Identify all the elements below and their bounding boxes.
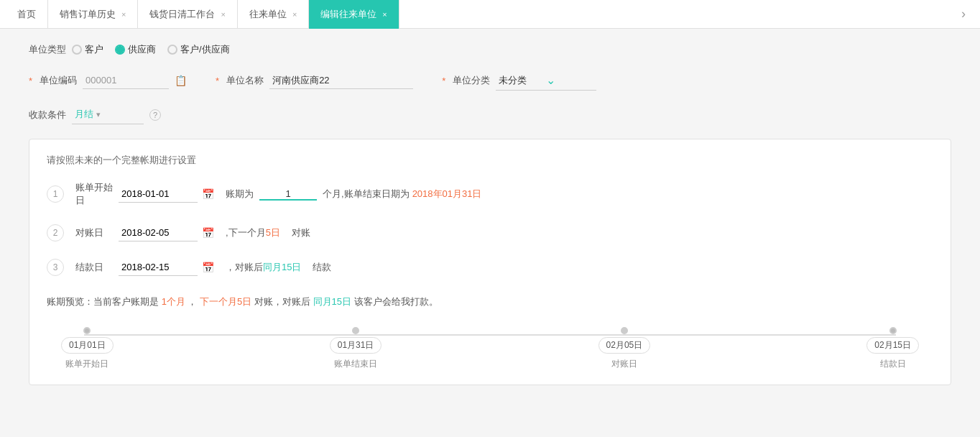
radio-circle-customer (72, 45, 82, 55)
main-content: 单位类型 客户 供应商 客户/供应商 * 单位编码 (0, 29, 980, 437)
timeline-point-3: 02月05日 对账日 (598, 327, 651, 370)
unit-name-field: * 单位名称 (216, 72, 413, 89)
period-row-1: 1 账单开始日 📅 账期为 个月,账单结束日期为 2018年01月31日 (47, 181, 933, 207)
timeline-label-name-4: 结款日 (880, 358, 906, 370)
preview-part1: 1个月 (162, 296, 185, 307)
tab-home-label: 首页 (17, 8, 36, 21)
period-date-input-3[interactable] (119, 259, 198, 276)
radio-both[interactable]: 客户/供应商 (167, 43, 230, 56)
radio-supplier[interactable]: 供应商 (115, 43, 156, 56)
timeline-dot-2 (352, 327, 359, 334)
period-date-input-2[interactable] (119, 224, 198, 242)
period-title: 请按照未来的一个完整帐期进行设置 (47, 154, 933, 167)
timeline-dot-3 (621, 327, 628, 334)
period-desc-prefix-1: 账期为 (226, 188, 254, 201)
period-desc-3-prefix: ，对账后 (226, 261, 263, 274)
timeline-dot-4 (889, 327, 897, 334)
tab-edit-partner-label: 编辑往来单位 (320, 8, 376, 21)
period-desc-3-green: 同月15日 (263, 261, 301, 274)
preview-text: 账期预览：当前客户账期是 1个月 ， 下一个月5日 对账，对账后 同月15日 该… (47, 293, 933, 310)
period-label-1: 账单开始日 (75, 181, 119, 207)
help-icon[interactable]: ? (149, 109, 161, 121)
period-desc-2-suffix: 对账 (292, 226, 310, 239)
period-num-2: 2 (47, 224, 64, 242)
payment-dropdown[interactable]: 月结 ▾ (72, 105, 144, 124)
tab-more-button[interactable]: › (953, 6, 974, 22)
timeline-label-name-3: 对账日 (611, 358, 637, 370)
timeline-label-name-1: 账单开始日 (65, 358, 108, 370)
preview-prefix: 账期预览：当前客户账期是 (47, 296, 159, 307)
unit-code-label: 单位编码 (40, 74, 77, 87)
period-row-2: 2 对账日 📅 ,下一个月5日 对账 (47, 224, 933, 242)
period-desc-3-suffix: 结款 (313, 261, 331, 274)
preview-part2: 下一个月5日 (200, 296, 251, 307)
payment-value: 月结 (75, 108, 93, 121)
period-row-3: 3 结款日 📅 ，对账后 同月15日 结款 (47, 259, 933, 276)
period-box: 请按照未来的一个完整帐期进行设置 1 账单开始日 📅 账期为 个月,账单结束日期… (29, 139, 951, 385)
timeline-dot-1 (83, 327, 91, 334)
period-desc-2-orange: 5日 (266, 226, 280, 239)
radio-circle-supplier (115, 45, 125, 55)
period-label-2: 对账日 (75, 226, 119, 239)
radio-customer-label: 客户 (85, 43, 103, 56)
timeline-label-name-2: 账单结束日 (334, 358, 377, 370)
payment-label: 收款条件 (29, 109, 66, 121)
radio-both-label: 客户/供应商 (180, 43, 230, 56)
tab-bar: 首页 销售订单历史 × 钱货日清工作台 × 往来单位 × 编辑往来单位 × › (0, 0, 980, 29)
unit-name-label: 单位名称 (226, 74, 264, 87)
payment-row: 收款条件 月结 ▾ ? (29, 105, 951, 124)
code-required-star: * (29, 75, 32, 86)
payment-dropdown-arrow: ▾ (96, 110, 101, 119)
timeline-label-box-2: 01月31日 (330, 337, 382, 354)
close-icon-edit-partner[interactable]: × (382, 10, 387, 19)
tab-partner[interactable]: 往来单位 × (238, 0, 309, 29)
chevron-down-icon: ⌄ (546, 73, 593, 87)
unit-type-field: 单位类型 客户 供应商 客户/供应商 (29, 43, 230, 56)
timeline-label-box-1: 01月01日 (61, 337, 114, 354)
period-desc-suffix-1: 个月,账单结束日期为 (323, 188, 410, 201)
unit-category-dropdown[interactable]: 未分类 ⌄ (496, 70, 596, 91)
close-icon-partner[interactable]: × (292, 10, 297, 19)
tab-sales-history[interactable]: 销售订单历史 × (48, 0, 138, 29)
period-desc-2-prefix: ,下一个月 (226, 226, 266, 239)
timeline-point-2: 01月31日 账单结束日 (330, 327, 382, 370)
timeline-label-box-3: 02月05日 (598, 337, 651, 354)
code-name-category-row: * 单位编码 📋 * 单位名称 * 单位分类 未分类 ⌄ (29, 70, 951, 91)
radio-group: 客户 供应商 客户/供应商 (72, 43, 230, 56)
unit-category-label: 单位分类 (453, 74, 490, 87)
timeline-label-box-4: 02月15日 (866, 337, 919, 354)
close-icon-sales[interactable]: × (121, 10, 126, 19)
preview-part3: 同月15日 (313, 296, 351, 307)
unit-code-input[interactable] (83, 72, 169, 89)
tab-edit-partner[interactable]: 编辑往来单位 × (309, 0, 399, 29)
unit-category-value: 未分类 (499, 74, 546, 87)
name-required-star: * (216, 75, 219, 86)
tab-cash-work-label: 钱货日清工作台 (149, 8, 215, 21)
timeline-point-4: 02月15日 结款日 (866, 327, 919, 370)
period-label-3: 结款日 (75, 261, 119, 274)
unit-category-field: * 单位分类 未分类 ⌄ (442, 70, 596, 91)
radio-customer[interactable]: 客户 (72, 43, 103, 56)
radio-circle-both (167, 45, 177, 55)
period-num-1: 1 (47, 185, 64, 203)
preview-suffix: 该客户会给我打款。 (354, 296, 438, 307)
period-num-3: 3 (47, 259, 64, 276)
tab-cash-work[interactable]: 钱货日清工作台 × (138, 0, 237, 29)
unit-type-label: 单位类型 (29, 43, 66, 56)
calendar-icon-3[interactable]: 📅 (202, 262, 214, 273)
tab-home[interactable]: 首页 (6, 0, 48, 29)
preview-middle2: 对账，对账后 (254, 296, 310, 307)
unit-name-input[interactable] (269, 72, 413, 89)
period-date-input-1[interactable] (119, 185, 198, 203)
tab-sales-history-label: 销售订单历史 (60, 8, 116, 21)
period-num-input-1[interactable] (259, 188, 317, 201)
tab-partner-label: 往来单位 (249, 8, 287, 21)
calendar-icon-2[interactable]: 📅 (202, 227, 214, 239)
close-icon-cash[interactable]: × (221, 10, 225, 19)
copy-icon[interactable]: 📋 (175, 75, 187, 86)
timeline-point-1: 01月01日 账单开始日 (61, 327, 114, 370)
timeline-container: 01月01日 账单开始日 01月31日 账单结束日 02月05日 对账日 02月… (47, 327, 933, 370)
timeline-points: 01月01日 账单开始日 01月31日 账单结束日 02月05日 对账日 02月… (61, 327, 919, 370)
unit-code-field: * 单位编码 📋 (29, 72, 187, 89)
calendar-icon-1[interactable]: 📅 (202, 188, 214, 200)
